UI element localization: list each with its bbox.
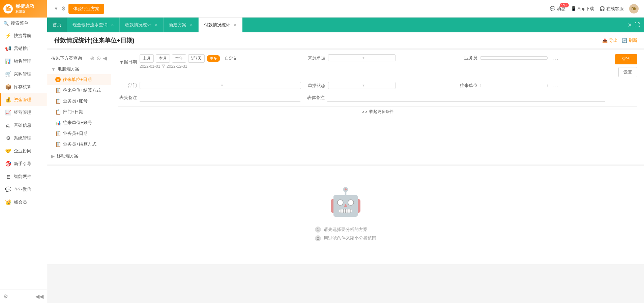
tab-close-bank-flow[interactable]: ✕	[111, 23, 114, 27]
trial-button[interactable]: 体验行业方案	[68, 4, 104, 14]
doc-status-arrow: ▼	[362, 84, 392, 87]
date-btn-this-year[interactable]: 本年	[172, 54, 186, 63]
purchase-icon: 🛒	[5, 71, 11, 77]
sidebar-header: 畅 畅捷通巧 标准版	[0, 0, 47, 18]
sidebar-item-operation[interactable]: 📈经营管理	[0, 106, 47, 119]
maximize-icon[interactable]: ⛶	[635, 22, 640, 28]
counterpart-select[interactable]	[480, 84, 548, 87]
schema-settings-icon[interactable]: ⊙	[96, 55, 101, 61]
schema-label-salesperson-account: 业务员+账号	[63, 98, 88, 104]
sidebar-item-wechat[interactable]: 💬企业微信	[0, 183, 47, 196]
collapse-button[interactable]: ∧∧ 收起更多条件	[118, 107, 637, 117]
tab-close-receivable[interactable]: ✕	[155, 23, 158, 27]
query-button[interactable]: 查询	[615, 54, 637, 64]
online-service-button[interactable]: 🎧 在线客服	[599, 6, 624, 12]
logo-text: 畅捷通巧 标准版	[16, 3, 34, 14]
sidebar-search[interactable]: 🔍 搜索菜单	[0, 18, 47, 29]
collapse-icon: ∧∧	[362, 110, 368, 114]
tab-home[interactable]: 首页	[47, 18, 67, 32]
export-button[interactable]: 📤 导出	[602, 37, 618, 43]
search-icon: 🔍	[3, 21, 9, 26]
pc-group-header[interactable]: ▼ 电脑端方案	[47, 64, 111, 74]
messages-button[interactable]: 💬 消息 99+	[550, 6, 565, 12]
schema-item-salesperson-settlement[interactable]: 📋业务员+结算方式	[47, 139, 111, 150]
tab-payment-stats[interactable]: 付款情况统计✕	[199, 18, 242, 32]
sidebar-item-guide[interactable]: 🎯新手引导	[0, 157, 47, 170]
filter-row-1: 单据日期 上月 本月 本年 近7天 更多 自定义 2022-01-01 至 20…	[118, 54, 637, 77]
topbar-right: 💬 消息 99+ 📱 App下载 🎧 在线客服 Rit	[550, 4, 639, 13]
header-remark-input[interactable]	[140, 94, 300, 102]
doc-status-select[interactable]: ▼	[328, 82, 396, 89]
sidebar-label-member: 畅会员	[14, 199, 27, 205]
refresh-button[interactable]: 🔄 刷新	[622, 37, 637, 43]
header-remark-label: 表头备注	[118, 95, 137, 101]
tab-bank-flow[interactable]: 现金银行流水查询✕	[67, 18, 120, 32]
page-header: 付款情况统计(往来单位+日期) 📤 导出 🔄 刷新	[47, 32, 644, 49]
company-select[interactable]: ▼	[53, 6, 58, 11]
messages-badge: 99+	[560, 3, 569, 7]
tab-new-plan[interactable]: 新建方案✕	[164, 18, 199, 32]
guide-icon: 🎯	[5, 161, 11, 167]
close-all-tabs-icon[interactable]: ✕	[627, 22, 632, 28]
sidebar-item-enterprise[interactable]: 🤝企业协同	[0, 145, 47, 157]
sidebar-label-inventory: 库存核算	[14, 84, 31, 90]
sidebar-label-enterprise: 企业协同	[14, 148, 31, 154]
date-btn-custom[interactable]: 自定义	[222, 55, 240, 62]
tab-label-home: 首页	[53, 22, 61, 28]
sidebar-item-member[interactable]: 👑畅会员	[0, 196, 47, 209]
schema-collapse-icon[interactable]: ◀	[103, 55, 107, 61]
sidebar-item-hardware[interactable]: 🖥智能硬件	[0, 170, 47, 183]
action-column: 查询 设置	[610, 54, 637, 77]
tab-close-new-plan[interactable]: ✕	[190, 23, 193, 27]
date-btn-7days[interactable]: 近7天	[188, 54, 205, 63]
sidebar-item-marketing[interactable]: 📢营销推广	[0, 42, 47, 55]
sidebar-item-purchase[interactable]: 🛒采购管理	[0, 68, 47, 81]
counterpart-more-icon[interactable]: …	[553, 82, 559, 89]
filter-body-remark-field: 表体备注	[306, 94, 605, 102]
empty-icon: 🤖	[325, 186, 366, 220]
sidebar-item-sales[interactable]: 📊销售管理	[0, 55, 47, 68]
service-icon: 🎧	[599, 6, 605, 11]
filter-panel: 单据日期 上月 本月 本年 近7天 更多 自定义 2022-01-01 至 20…	[111, 50, 644, 164]
sidebar-label-operation: 经营管理	[14, 110, 31, 116]
collapse-sidebar-icon[interactable]: ◀◀	[35, 293, 43, 300]
salesperson-date-icon: 📋	[55, 131, 61, 136]
sidebar-item-quick-nav[interactable]: ⚡快捷导航	[0, 29, 47, 42]
add-schema-icon[interactable]: ⊕	[90, 55, 94, 61]
tab-label-new-plan: 新建方案	[169, 22, 186, 28]
schema-item-unit-date[interactable]: ●往来单位+日期	[47, 74, 111, 85]
sidebar: 畅 畅捷通巧 标准版 🔍 搜索菜单 ⚡快捷导航📢营销推广📊销售管理🛒采购管理📦库…	[0, 0, 47, 303]
date-btn-more[interactable]: 更多	[207, 55, 220, 62]
empty-tip-1: 1 请先选择要分析的方案	[315, 226, 376, 233]
dept-select-arrow: ▼	[221, 84, 298, 87]
schema-item-salesperson-account[interactable]: 📋业务员+账号	[47, 96, 111, 107]
schema-item-unit-settlement[interactable]: 📋往来单位+结算方式	[47, 85, 111, 96]
date-btn-last-month[interactable]: 上月	[140, 54, 154, 63]
source-select[interactable]: ▼	[328, 54, 396, 61]
sidebar-item-inventory[interactable]: 📦库存核算	[0, 81, 47, 93]
body-remark-input[interactable]	[327, 94, 605, 102]
avatar[interactable]: Rit	[629, 4, 639, 13]
sidebar-label-sales: 销售管理	[14, 58, 31, 64]
sidebar-item-basic[interactable]: 🗂基础信息	[0, 119, 47, 132]
app-icon: 📱	[571, 6, 576, 11]
dept-select[interactable]: ▼	[140, 82, 301, 89]
sidebar-item-finance[interactable]: 💰资金管理	[0, 93, 47, 106]
schema-item-salesperson-date[interactable]: 📋业务员+日期	[47, 128, 111, 139]
operation-icon: 📈	[5, 110, 11, 116]
filter-settings-button[interactable]: 设置	[618, 67, 637, 77]
mobile-group-header[interactable]: ▶ 移动端方案	[47, 151, 111, 161]
settings-gear-icon[interactable]: ⚙	[61, 5, 66, 12]
page-title: 付款情况统计(往来单位+日期)	[54, 36, 135, 44]
settings-icon[interactable]: ⚙	[3, 293, 8, 300]
salesperson-more-icon[interactable]: …	[553, 54, 559, 61]
tab-receivable[interactable]: 收款情况统计✕	[120, 18, 164, 32]
schema-item-unit-account[interactable]: 📊往来单位+账号	[47, 117, 111, 128]
date-btn-this-month[interactable]: 本月	[156, 54, 170, 63]
sidebar-label-purchase: 采购管理	[14, 71, 31, 77]
sidebar-item-system[interactable]: ⚙系统管理	[0, 132, 47, 145]
salesperson-select[interactable]	[480, 56, 548, 60]
schema-item-dept-date[interactable]: 📋部门+日期	[47, 107, 111, 117]
tab-close-payment-stats[interactable]: ✕	[234, 23, 237, 27]
app-download-button[interactable]: 📱 App下载	[571, 6, 594, 12]
